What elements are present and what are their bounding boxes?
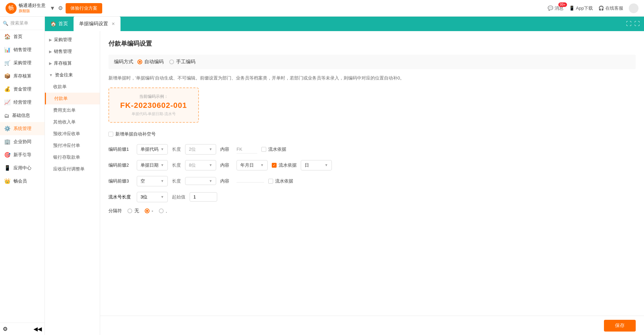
user-avatar[interactable]	[629, 3, 638, 13]
serial-label: 流水号长度	[108, 194, 133, 200]
prefix3-stream-label: 流水依据	[275, 178, 293, 184]
save-button[interactable]: 保存	[604, 320, 636, 332]
service-btn[interactable]: 🎧 在线客服	[598, 5, 623, 11]
sidebar-item-finance[interactable]: 💰 资金管理	[0, 83, 45, 96]
prefix2-stream-label: 流水依据	[279, 162, 297, 168]
start-value-input[interactable]	[190, 192, 217, 202]
prefix3-content-value	[237, 179, 264, 183]
separator-none-option[interactable]: 无	[127, 208, 139, 214]
sidebar-item-home[interactable]: 🏠 首页	[0, 30, 45, 43]
prefix2-select[interactable]: 单据日期 ▼	[137, 160, 168, 170]
separator-label: 分隔符	[108, 208, 122, 214]
manual-encoding-option[interactable]: 手工编码	[169, 59, 195, 65]
settings-bottom-icon[interactable]: ⚙	[3, 326, 8, 332]
industry-btn[interactable]: 体验行业方案	[66, 3, 102, 13]
sidebar-item-label: 销售管理	[13, 47, 31, 53]
separator-dash-option[interactable]: -	[145, 208, 153, 214]
prefix1-stream-chk[interactable]	[261, 147, 266, 152]
collapse-icon[interactable]: ◀◀	[33, 326, 42, 332]
prefix2-length-select[interactable]: 8位 ▼	[185, 160, 216, 170]
sidebar-item-member[interactable]: 👑 畅会员	[0, 175, 45, 188]
sub-group-inventory-title[interactable]: ▶ 库存核算	[45, 57, 100, 69]
sub-item-advance-payment[interactable]: 预付冲应付单	[45, 140, 100, 151]
sub-item-adjust[interactable]: 应收应付调整单	[45, 163, 100, 175]
sidebar-item-enterprise[interactable]: 🏢 企业协同	[0, 135, 45, 148]
prefix3-length-select[interactable]: ▼	[185, 177, 216, 185]
sub-item-other-income[interactable]: 其他收入单	[45, 116, 100, 128]
chevron-right-icon: ▶	[49, 49, 52, 54]
prefix1-select[interactable]: 单据代码 ▼	[137, 144, 168, 155]
auto-encoding-label: 自动编码	[144, 59, 164, 65]
prefix2-stream-chk[interactable]: ✓	[272, 163, 277, 168]
separator-dot-radio[interactable]	[159, 208, 164, 213]
sidebar-item-newguide[interactable]: 🎯 新手引导	[0, 148, 45, 161]
sidebar-search[interactable]: 🔍 搜索菜单	[0, 17, 45, 30]
prefix3-length-label: 长度	[172, 178, 181, 184]
sub-item-receipt[interactable]: 收款单	[45, 81, 100, 93]
operations-icon: 📈	[4, 99, 11, 105]
separator-dash-label: -	[152, 208, 153, 214]
separator-none-radio[interactable]	[127, 208, 132, 213]
nav-dropdown-arrow[interactable]: ▼	[50, 5, 55, 11]
prefix2-length-arrow-icon: ▼	[209, 163, 212, 167]
sub-group-purchase-title[interactable]: ▶ 采购管理	[45, 34, 100, 46]
sidebar-item-operations[interactable]: 📈 经营管理	[0, 96, 45, 109]
tab-encoding[interactable]: 单据编码设置 ✕	[74, 17, 121, 31]
sidebar: 🔍 搜索菜单 🏠 首页 📊 销售管理 🛒 采购管理 📦 库存核算 💰	[0, 17, 45, 335]
tab-close-icon[interactable]: ✕	[112, 21, 115, 26]
sub-group-finance-title[interactable]: ▼ 资金往来	[45, 69, 100, 81]
prefix2-period-select[interactable]: 日 ▼	[301, 160, 332, 170]
enterprise-icon: 🏢	[4, 139, 11, 145]
sidebar-item-system[interactable]: ⚙️ 系统管理	[0, 122, 45, 135]
preview-desc: 单据代码-单据日期-流水号	[120, 111, 187, 117]
prefix3-stream-chk[interactable]	[268, 179, 273, 184]
prefix3-select[interactable]: 空 ▼	[137, 176, 168, 186]
prefix1-label: 编码前缀1	[108, 146, 133, 152]
sub-item-payment[interactable]: 付款单	[45, 93, 100, 104]
encoding-tab-label: 单据编码设置	[79, 21, 108, 27]
auto-fill-checkbox[interactable]	[108, 132, 113, 137]
sidebar-item-basic[interactable]: 🗂 基础信息	[0, 109, 45, 122]
manual-encoding-radio[interactable]	[169, 59, 174, 64]
settings-icon[interactable]: ⚙	[58, 5, 63, 11]
sidebar-item-purchase[interactable]: 🛒 采购管理	[0, 56, 45, 69]
prefix1-row: 编码前缀1 单据代码 ▼ 长度 2位 ▼ 内容 FK	[108, 144, 636, 155]
tab-home[interactable]: 🏠 首页	[45, 17, 74, 31]
sidebar-item-sales[interactable]: 📊 销售管理	[0, 43, 45, 56]
prefix3-stream-checkbox[interactable]: 流水依据	[268, 178, 293, 184]
prefix1-length-select[interactable]: 2位 ▼	[185, 144, 216, 155]
auto-fill-row[interactable]: 新增单据自动补空号	[108, 131, 636, 137]
auto-encoding-option[interactable]: 自动编码	[137, 59, 164, 65]
preview-label: 当前编码示例：	[120, 94, 187, 100]
sub-item-advance-receipt[interactable]: 预收冲应收单	[45, 128, 100, 140]
prefix1-stream-checkbox[interactable]: 流水依据	[261, 146, 286, 152]
topbar-right: 💬 消息 99+ 📱 App下载 🎧 在线客服	[548, 3, 638, 13]
app-label: App下载	[576, 5, 593, 11]
sales-icon: 📊	[4, 47, 11, 53]
message-btn[interactable]: 💬 消息 99+	[548, 5, 564, 11]
sidebar-item-label: 采购管理	[13, 60, 31, 66]
auto-encoding-radio[interactable]	[137, 59, 142, 64]
separator-dot-option[interactable]: .	[159, 208, 167, 214]
separator-dash-radio[interactable]	[145, 208, 150, 213]
sub-sidebar: ▶ 采购管理 ▶ 销售管理 ▶ 库存核算	[45, 31, 100, 335]
sidebar-item-inventory[interactable]: 📦 库存核算	[0, 69, 45, 83]
prefix2-stream-checkbox[interactable]: ✓ 流水依据	[272, 162, 297, 168]
sub-group-inventory: ▶ 库存核算	[45, 57, 100, 69]
prefix2-content-select[interactable]: 年月日 ▼	[237, 160, 268, 170]
sub-group-sales-title[interactable]: ▶ 销售管理	[45, 46, 100, 57]
sidebar-item-appcenter[interactable]: 📱 应用中心	[0, 161, 45, 175]
sub-item-expense[interactable]: 费用支出单	[45, 104, 100, 116]
page-title: 付款单编码设置	[108, 39, 636, 48]
sub-item-bank-deposit[interactable]: 银行存取款单	[45, 151, 100, 163]
logo: 畅 畅通通好生意 旗舰版	[6, 3, 46, 14]
manual-encoding-label: 手工编码	[176, 59, 195, 65]
radio-group: 自动编码 手工编码	[137, 59, 195, 65]
sidebar-item-label: 新手引导	[13, 152, 31, 158]
tab-fullscreen-icon[interactable]: ⛶	[634, 21, 640, 27]
serial-length-select[interactable]: 3位 ▼	[137, 192, 168, 202]
tab-expand-icon[interactable]: ⛶	[626, 21, 632, 27]
sub-content: ▶ 采购管理 ▶ 销售管理 ▶ 库存核算	[45, 31, 644, 335]
app-download-btn[interactable]: 📱 App下载	[569, 5, 593, 11]
serial-arrow-icon: ▼	[161, 195, 164, 199]
